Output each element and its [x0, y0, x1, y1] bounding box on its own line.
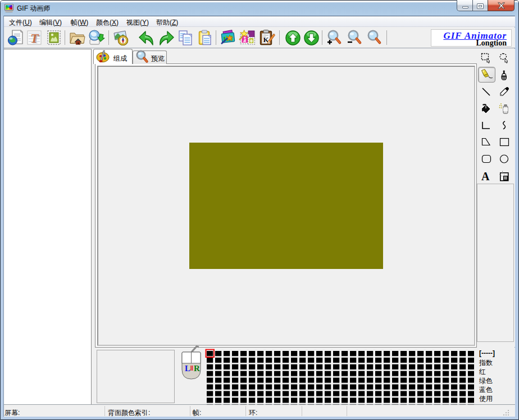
svg-text:L: L: [185, 364, 190, 373]
svg-text:‖: ‖: [190, 364, 194, 372]
svg-text:R: R: [194, 364, 200, 373]
